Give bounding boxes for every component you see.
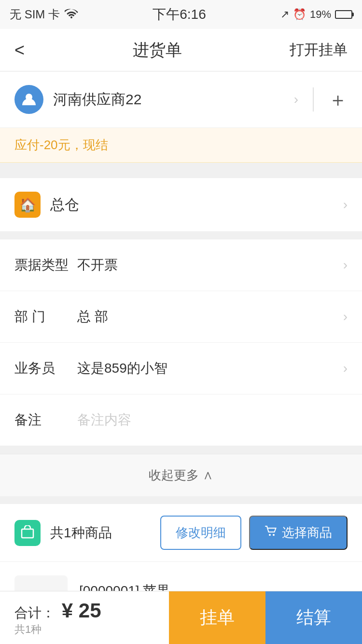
products-header: 共1种商品 修改明细 选择商品 xyxy=(0,504,362,562)
nav-bar: < 进货单 打开挂单 xyxy=(0,29,362,71)
open-hang-button[interactable]: 打开挂单 xyxy=(290,40,348,60)
svg-rect-1 xyxy=(22,529,33,538)
salesperson-row[interactable]: 业务员 这是859的小智 › xyxy=(0,343,362,394)
status-bar: 无 SIM 卡 下午6:16 ↗ ⏰ 19% xyxy=(0,0,362,29)
warehouse-chevron-icon: › xyxy=(343,197,348,212)
select-product-label: 选择商品 xyxy=(282,524,332,541)
supplier-name: 河南供应商22 xyxy=(53,90,294,110)
svg-point-2 xyxy=(269,534,271,536)
battery-percentage: 19% xyxy=(310,8,331,21)
cart-icon xyxy=(265,525,278,540)
supplier-card: 河南供应商22 › ＋ 应付-20元，现结 xyxy=(0,71,362,163)
supplier-divider xyxy=(313,87,314,112)
remark-label: 备注 xyxy=(14,411,77,429)
hang-button[interactable]: 挂单 xyxy=(169,591,265,644)
invoice-type-chevron-icon: › xyxy=(343,257,348,273)
total-label: 合计： xyxy=(14,605,55,620)
products-icon xyxy=(14,520,41,546)
battery-icon xyxy=(335,10,352,19)
salesperson-label: 业务员 xyxy=(14,359,77,378)
payment-info-text: 应付-20元，现结 xyxy=(14,138,108,152)
bottom-bar: 合计： ¥ 25 共1种 挂单 结算 xyxy=(0,591,362,644)
salesperson-chevron-icon: › xyxy=(343,361,348,376)
collapse-button[interactable]: 收起更多 ∧ xyxy=(149,468,213,482)
invoice-type-value: 不开票 xyxy=(77,256,343,274)
department-row[interactable]: 部 门 总 部 › xyxy=(0,291,362,343)
status-bar-right: ↗ ⏰ 19% xyxy=(280,8,352,21)
svg-point-3 xyxy=(273,534,275,536)
total-sub: 共1种 xyxy=(14,622,154,637)
invoice-type-label: 票据类型 xyxy=(14,256,77,274)
warehouse-row[interactable]: 🏠 总仓 › xyxy=(0,170,362,232)
alarm-icon: ⏰ xyxy=(293,8,306,21)
warehouse-name: 总仓 xyxy=(50,195,343,215)
status-bar-left: 无 SIM 卡 xyxy=(10,7,78,22)
page-title: 进货单 xyxy=(133,39,182,61)
checkout-button[interactable]: 结算 xyxy=(265,591,362,644)
supplier-chevron-icon: › xyxy=(294,92,298,107)
edit-detail-button[interactable]: 修改明细 xyxy=(160,516,241,550)
back-button[interactable]: < xyxy=(14,40,25,60)
department-label: 部 门 xyxy=(14,308,77,326)
products-count: 共1种商品 xyxy=(50,524,160,542)
salesperson-value: 这是859的小智 xyxy=(77,359,343,378)
remark-row[interactable]: 备注 备注内容 xyxy=(0,394,362,446)
wifi-icon xyxy=(65,8,78,21)
payment-info-banner: 应付-20元，现结 xyxy=(0,128,362,163)
supplier-row[interactable]: 河南供应商22 › ＋ xyxy=(0,71,362,128)
supplier-avatar xyxy=(14,85,43,114)
collapse-row[interactable]: 收起更多 ∧ xyxy=(0,454,362,496)
main-content: 河南供应商22 › ＋ 应付-20元，现结 🏠 总仓 › 票据类型 不开票 › … xyxy=(0,71,362,644)
location-icon: ↗ xyxy=(280,8,289,21)
warehouse-icon: 🏠 xyxy=(14,192,41,218)
total-section: 合计： ¥ 25 共1种 xyxy=(0,599,169,637)
department-value: 总 部 xyxy=(77,308,343,326)
warehouse-card: 🏠 总仓 › xyxy=(0,170,362,232)
invoice-type-row[interactable]: 票据类型 不开票 › xyxy=(0,239,362,291)
select-product-button[interactable]: 选择商品 xyxy=(249,516,348,550)
carrier-text: 无 SIM 卡 xyxy=(10,7,60,22)
form-section: 票据类型 不开票 › 部 门 总 部 › 业务员 这是859的小智 › 备注 备… xyxy=(0,239,362,446)
department-chevron-icon: › xyxy=(343,309,348,324)
total-amount: ¥ 25 xyxy=(62,599,101,622)
status-time: 下午6:16 xyxy=(153,5,206,24)
add-supplier-button[interactable]: ＋ xyxy=(328,86,348,113)
remark-placeholder[interactable]: 备注内容 xyxy=(77,411,348,429)
